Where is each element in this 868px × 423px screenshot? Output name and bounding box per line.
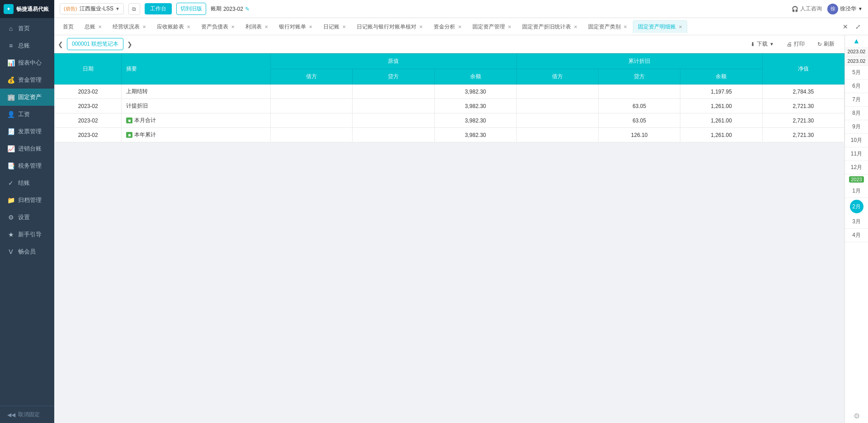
member-icon: V [7,248,14,255]
tab-bar-right: ✕ ⤢ [841,22,864,31]
tab-close-icon[interactable]: ✕ [231,24,235,29]
sidebar-item-capital[interactable]: 💰 资金管理 [0,71,54,89]
date-month-10[interactable]: 10月 [845,134,868,147]
sidebar-item-label: 税务管理 [18,162,42,170]
tab-fixed-mgmt[interactable]: 固定资产管理 ✕ [467,20,516,33]
sidebar-item-ledger[interactable]: ≡ 总账 [0,37,54,54]
tab-home[interactable]: 首页 [58,20,79,33]
date-month-4[interactable]: 4月 [845,229,868,242]
ledger-icon: ≡ [7,42,14,49]
tab-bank[interactable]: 银行对账单 ✕ [274,20,317,33]
sidebar-item-invoice[interactable]: 🧾 发票管理 [0,123,54,140]
period-edit-icon[interactable]: ✎ [245,6,250,12]
tab-label: 银行对账单 [279,23,306,31]
sidebar-item-salary[interactable]: 👤 工资 [0,106,54,123]
date-month-3[interactable]: 3月 [845,215,868,229]
service-button[interactable]: 🎧 人工咨询 [792,5,822,13]
next-asset-button[interactable]: ❯ [125,40,134,49]
sidebar-item-member[interactable]: V 畅会员 [0,243,54,260]
sidebar-item-home[interactable]: ⌂ 首页 [0,20,54,37]
sidebar-item-guide[interactable]: ★ 新手引导 [0,226,54,243]
tab-close-icon[interactable]: ✕ [142,24,146,29]
date-month-2-active[interactable]: 2月 [850,200,863,213]
cell-orig-balance: 3,982.30 [434,128,516,142]
cell-acc-credit: 126.10 [599,128,680,142]
cell-orig-debit [270,113,352,128]
tab-close-icon[interactable]: ✕ [574,24,577,29]
table-row: 2023-02 ■本月合计 3,982.30 63.05 1,261.00 2,… [55,113,844,128]
cell-acc-balance: 1,197.95 [680,85,762,99]
date-month-11[interactable]: 11月 [845,147,868,161]
tab-operation[interactable]: 经营状况表 ✕ [108,20,151,33]
tab-close-icon[interactable]: ✕ [508,24,511,29]
tab-label: 资金分析 [434,23,455,31]
table-toolbar: ⬇ 下载 ▼ 🖨 打印 ↻ 刷新 [742,38,843,50]
date-month-1[interactable]: 1月 [845,184,868,198]
cell-orig-balance: 3,982.30 [434,85,516,99]
copy-button[interactable]: ⧉ [128,3,140,15]
cell-acc-credit: 63.05 [599,113,680,128]
sidebar-item-fixed[interactable]: 🏢 固定资产 [0,89,54,106]
tab-reconcile[interactable]: 日记账与银行对账单核对 ✕ [352,20,428,33]
tab-close-icon[interactable]: ✕ [342,24,346,29]
tab-close-all-button[interactable]: ✕ [841,22,850,31]
headset-icon: 🎧 [792,6,798,12]
cell-acc-credit [599,85,680,99]
cell-acc-debit [516,128,598,142]
sidebar-unpin[interactable]: ◀◀ 取消固定 [0,406,54,423]
date-settings-icon[interactable]: ⚙ [845,409,868,423]
company-tag: (劝告) [64,5,77,12]
sub-nav: ❮ 000001 联想笔记本 ❯ ⬇ 下载 ▼ 🖨 打印 [54,35,844,53]
company-selector[interactable]: (劝告) 江西服业-LSS ▼ [60,3,124,14]
user-info[interactable]: 徐 徐泾华 ▼ [827,4,863,14]
tab-ledger[interactable]: 总账 ✕ [80,20,107,33]
tab-capital[interactable]: 资金分析 ✕ [429,20,467,33]
tab-close-icon[interactable]: ✕ [187,24,190,29]
date-month-5[interactable]: 5月 [845,66,868,80]
workspace-button[interactable]: 工作台 [145,3,172,14]
prev-asset-button[interactable]: ❮ [56,40,65,49]
tab-close-icon[interactable]: ✕ [458,24,462,29]
tab-balance[interactable]: 资产负债表 ✕ [196,20,240,33]
sidebar-item-settle[interactable]: ✓ 结账 [0,174,54,192]
tab-profit[interactable]: 利润表 ✕ [241,20,273,33]
tab-receivable[interactable]: 应收账龄表 ✕ [152,20,195,33]
sidebar: ✦ 畅捷通易代账 ⌂ 首页 ≡ 总账 📊 报表中心 💰 资金管理 🏢 固定资产 … [0,0,54,423]
sidebar-item-archive[interactable]: 📁 归档管理 [0,192,54,209]
date-scroll-up[interactable]: ▲ [845,35,868,47]
asset-tab[interactable]: 000001 联想笔记本 [67,38,123,50]
tab-fixed-depreciation[interactable]: 固定资产折旧统计表 ✕ [517,20,582,33]
date-month-6[interactable]: 6月 [845,80,868,93]
cell-net-value: 2,721.30 [762,128,844,142]
download-button[interactable]: ⬇ 下载 ▼ [746,38,778,50]
tab-close-icon[interactable]: ✕ [623,24,627,29]
tab-fixed-category[interactable]: 固定资产类别 ✕ [583,20,632,33]
tab-label: 总账 [85,23,95,31]
tab-close-icon[interactable]: ✕ [419,24,423,29]
year-badge: 2023 [849,176,863,183]
tab-close-icon[interactable]: ✕ [679,24,682,29]
sidebar-item-settings[interactable]: ⚙ 设置 [0,209,54,226]
tab-close-icon[interactable]: ✕ [98,24,102,29]
tab-close-icon[interactable]: ✕ [309,24,312,29]
switch-version-button[interactable]: 切到旧版 [176,3,206,15]
tax-icon: 📑 [7,162,14,169]
date-month-7[interactable]: 7月 [845,93,868,107]
tab-maximize-button[interactable]: ⤢ [854,22,863,31]
date-month-12[interactable]: 12月 [845,161,868,174]
print-button[interactable]: 🖨 打印 [782,38,809,50]
refresh-button[interactable]: ↻ 刷新 [813,38,839,50]
sidebar-item-tax[interactable]: 📑 税务管理 [0,157,54,174]
date-month-9[interactable]: 9月 [845,120,868,134]
th-acc-credit: 贷方 [599,69,680,85]
company-name: 江西服业-LSS [80,5,113,13]
date-month-8[interactable]: 8月 [845,107,868,120]
print-icon: 🖨 [787,41,792,47]
tab-journal[interactable]: 日记账 ✕ [318,20,351,33]
sidebar-item-label: 结账 [18,179,30,187]
sidebar-item-sales[interactable]: 📈 进销台账 [0,140,54,157]
tab-close-icon[interactable]: ✕ [264,24,268,29]
sidebar-item-report[interactable]: 📊 报表中心 [0,54,54,71]
table-row: 2023-02 上期结转 3,982.30 1,197.95 2,784.35 [55,85,844,99]
tab-fixed-detail[interactable]: 固定资产明细账 ✕ [633,20,687,33]
